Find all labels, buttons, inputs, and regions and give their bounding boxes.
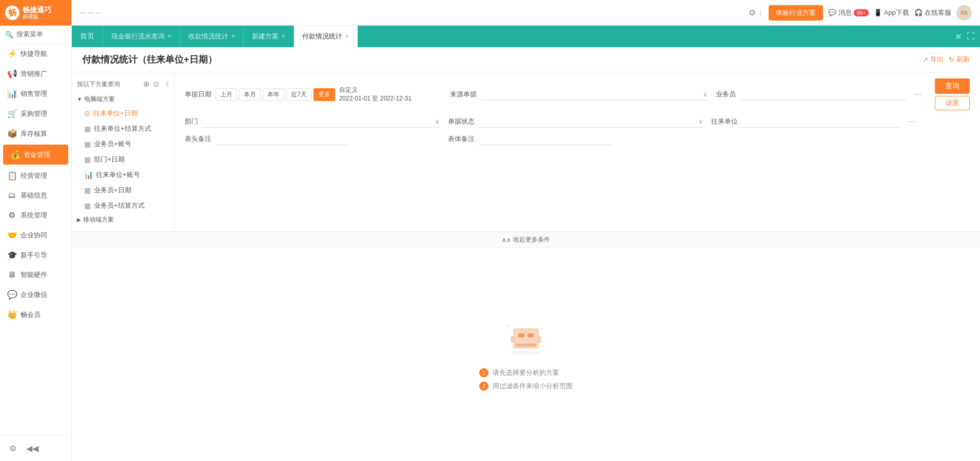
dept-select[interactable]: ∨	[202, 116, 440, 128]
sidebar-item-guide[interactable]: 🎓 新手引导	[0, 245, 71, 265]
filter-header-note-item: 表头备注	[185, 133, 440, 145]
filter-row-1: 单据日期 上月 本月 本年 近7天 更多 自定义 2022-	[185, 78, 970, 110]
tab-income-stats[interactable]: 收款情况统计 ×	[180, 26, 244, 47]
sidebar-item-system[interactable]: ⚙ 系统管理	[0, 205, 71, 225]
tab-new-plan-close[interactable]: ×	[282, 33, 285, 40]
tab-bank-flow[interactable]: 现金银行流水查询 ×	[103, 26, 180, 47]
header-note-input[interactable]	[215, 133, 349, 145]
source-doc-select[interactable]: ∨	[481, 89, 707, 101]
sidebar-item-sales[interactable]: 📊 销售管理	[0, 84, 71, 104]
tab-new-plan[interactable]: 新建方案 ×	[244, 26, 294, 47]
tab-bank-flow-label: 现金银行流水查询	[111, 32, 165, 41]
source-doc-label: 来源单据	[450, 90, 477, 99]
desktop-scheme-group[interactable]: ▼ 电脑端方案	[72, 93, 174, 106]
tab-payment-stats[interactable]: 付款情况统计 ×	[294, 26, 358, 47]
hardware-icon: 🖥	[7, 270, 16, 279]
tab-payment-stats-close[interactable]: ×	[345, 33, 349, 40]
settings-scheme-btn[interactable]: ⊙	[153, 79, 160, 89]
tabs-bar: 首页 现金银行流水查询 × 收款情况统计 × 新建方案 × 付款情况统计 × ✕…	[72, 26, 980, 47]
sidebar-item-wechat[interactable]: 💬 企业微信	[0, 285, 71, 305]
sidebar-search[interactable]: 🔍 搜索菜单	[0, 26, 71, 44]
sidebar-bottom: ⚙ ◀◀	[0, 435, 71, 461]
tab-bank-flow-close[interactable]: ×	[168, 33, 171, 40]
body-note-input[interactable]	[479, 133, 612, 145]
export-button[interactable]: ↗ 导出	[923, 55, 944, 64]
industry-plan-button[interactable]: 体验行业方案	[769, 5, 823, 21]
filter-dept-item: 部门 ∨	[185, 116, 440, 128]
sidebar-nav: ⚡ 快捷导航 📢 营销推广 📊 销售管理 🛒 采购管理 📦 库存核算 💰 资金管…	[0, 44, 71, 435]
app-download-button[interactable]: 📱 App下载	[874, 8, 909, 17]
scheme-item-salesman-account[interactable]: ▦ 业务员+账号	[72, 136, 174, 152]
logo-title: 畅捷通巧	[23, 6, 51, 14]
user-avatar[interactable]: Rit	[956, 5, 972, 21]
expand-tabs-btn[interactable]: ⛶	[967, 32, 975, 41]
date-btn-7days[interactable]: 近7天	[286, 88, 311, 101]
scheme-item-dept-date[interactable]: ▦ 部门+日期	[72, 152, 174, 167]
gear-icon[interactable]: ⚙	[749, 8, 756, 17]
settings-bottom-btn[interactable]: ⚙	[5, 440, 21, 456]
sidebar-item-purchase[interactable]: 🛒 采购管理	[0, 104, 71, 124]
salesman-dots-icon[interactable]: ···	[915, 90, 922, 99]
collapse-scheme-btn[interactable]: 《	[163, 80, 169, 89]
sidebar-item-label: 智能硬件	[21, 270, 47, 279]
source-doc-arrow-icon: ∨	[703, 91, 708, 98]
guide-icon: 🎓	[7, 250, 16, 260]
app-download-label: App下载	[884, 8, 909, 17]
add-scheme-btn[interactable]: ⊕	[143, 79, 150, 89]
close-all-tabs-btn[interactable]: ✕	[955, 32, 962, 42]
sidebar-item-quick-nav[interactable]: ⚡ 快捷导航	[0, 44, 71, 64]
sidebar-item-operations[interactable]: 📋 经营管理	[0, 166, 71, 186]
collapse-sidebar-btn[interactable]: ◀◀	[25, 440, 40, 456]
query-button[interactable]: 查询	[935, 78, 970, 94]
scheme-item-salesman-date[interactable]: ▦ 业务员+日期	[72, 183, 174, 198]
filter-panel: 单据日期 上月 本月 本年 近7天 更多 自定义 2022-	[174, 72, 980, 231]
mobile-scheme-group[interactable]: ▶ 移动端方案	[72, 213, 174, 226]
sidebar-item-inventory[interactable]: 📦 库存核算	[0, 124, 71, 144]
scheme-icon-partner-date: ⊙	[84, 109, 90, 117]
inventory-icon: 📦	[7, 129, 16, 138]
scheme-item-partner-date[interactable]: ⊙ 往来单位+日期	[72, 106, 174, 121]
date-buttons: 上月 本月 本年 近7天 更多	[215, 88, 335, 101]
empty-hint-1-text: 请先选择要分析的方案	[493, 368, 559, 377]
partner-dots-icon[interactable]: ···	[909, 117, 915, 126]
message-button[interactable]: 💬 消息 99+	[828, 8, 869, 17]
page-title: 付款情况统计（往来单位+日期）	[82, 53, 217, 72]
tab-income-stats-close[interactable]: ×	[231, 33, 235, 40]
export-label: 导出	[930, 55, 944, 64]
date-btn-this-month[interactable]: 本月	[239, 88, 261, 101]
message-badge: 99+	[854, 9, 869, 16]
online-service-button[interactable]: 🎧 在线客服	[914, 8, 951, 17]
export-icon: ↗	[923, 56, 928, 64]
filter-partner-item: 往来单位 ···	[711, 115, 915, 128]
settings-filter-button[interactable]: 设置	[935, 96, 970, 110]
date-btn-last-month[interactable]: 上月	[215, 88, 237, 101]
scheme-item-partner-account[interactable]: 📊 往来单位+账号	[72, 167, 174, 183]
capital-icon: 💰	[10, 150, 19, 159]
date-btn-this-year[interactable]: 本年	[263, 88, 284, 101]
collapse-conditions-btn[interactable]: ∧∧ 收起更多条件	[502, 235, 550, 244]
scheme-item-label: 业务员+账号	[94, 139, 131, 149]
scheme-item-label: 往来单位+账号	[96, 170, 140, 179]
date-btn-more[interactable]: 更多	[313, 88, 335, 101]
empty-icon	[500, 318, 552, 359]
scheme-icon-dept-date: ▦	[84, 155, 91, 164]
sidebar-item-hardware[interactable]: 🖥 智能硬件	[0, 265, 71, 285]
scheme-item-partner-settle[interactable]: ▦ 往来单位+结算方式	[72, 121, 174, 136]
collapse-label: 收起更多条件	[513, 235, 550, 244]
doc-status-select[interactable]: ∨	[479, 116, 703, 128]
sidebar-item-label: 快捷导航	[21, 49, 47, 58]
scheme-item-salesman-settle[interactable]: ▦ 业务员+结算方式	[72, 198, 174, 213]
svg-rect-3	[516, 344, 536, 347]
tab-new-plan-label: 新建方案	[252, 32, 279, 41]
partner-input[interactable]	[742, 115, 900, 128]
tab-home[interactable]: 首页	[72, 26, 103, 47]
sidebar-item-basic-info[interactable]: 🗂 基础信息	[0, 186, 71, 205]
step-1-number: 1	[479, 368, 488, 377]
sidebar-item-capital[interactable]: 💰 资金管理	[3, 145, 68, 165]
tab-home-label: 首页	[80, 32, 94, 41]
sidebar-item-enterprise[interactable]: 🤝 企业协同	[0, 225, 71, 245]
salesman-input[interactable]	[740, 88, 907, 101]
refresh-button[interactable]: ↻ 刷新	[949, 55, 970, 64]
sidebar-item-member[interactable]: 👑 畅会员	[0, 305, 71, 325]
sidebar-item-marketing[interactable]: 📢 营销推广	[0, 64, 71, 84]
